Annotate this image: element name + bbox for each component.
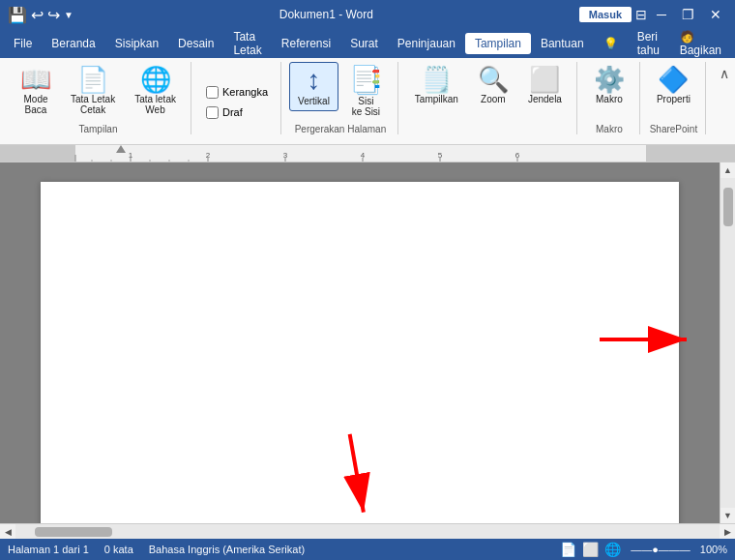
vertikal-icon: ↕: [307, 67, 320, 94]
menu-tata-letak[interactable]: Tata Letak: [223, 26, 271, 61]
zoom-percentage[interactable]: 100%: [700, 544, 727, 555]
mode-baca-button[interactable]: 📖 ModeBaca: [12, 62, 60, 120]
menu-beri-tahu[interactable]: Beri tahu: [628, 26, 670, 61]
properti-label: Properti: [657, 94, 691, 104]
scroll-right-button[interactable]: ▶: [720, 524, 735, 539]
group-label-tampilan: Tampilan: [78, 124, 117, 134]
ribbon-group-sharepoint: 🔷 Properti SharePoint: [642, 62, 706, 134]
menu-lightbulb[interactable]: 💡: [594, 33, 628, 54]
scroll-track[interactable]: [720, 178, 735, 508]
menu-bantuan[interactable]: Bantuan: [531, 33, 594, 54]
ribbon-group-checkboxes: Kerangka Draf: [193, 62, 281, 134]
words-count[interactable]: 0 kata: [104, 544, 133, 555]
menu-sisipkan[interactable]: Sisipkan: [105, 33, 168, 54]
title-bar-left: 💾 ↩ ↪ ▼: [8, 6, 74, 24]
tata-letak-cetak-button[interactable]: 📄 Tata LetakCetak: [62, 62, 124, 120]
zoom-label: Zoom: [481, 94, 506, 104]
status-bar: Halaman 1 dari 1 0 kata Bahasa Inggris (…: [0, 539, 735, 560]
status-right: 📄 ⬜ 🌐 ——●——— 100%: [560, 542, 727, 557]
sisi-ke-sisi-icon: 📑: [349, 67, 383, 94]
vertikal-label: Vertikal: [298, 96, 330, 106]
hscroll-track[interactable]: [15, 524, 720, 539]
menu-referensi[interactable]: Referensi: [272, 33, 340, 54]
scroll-thumb[interactable]: [723, 188, 733, 226]
tata-letak-web-icon: 🌐: [140, 67, 171, 92]
tampilkan-label: Tampilkan: [415, 94, 458, 104]
restore-button[interactable]: ❐: [676, 7, 700, 22]
sisi-ke-sisi-button[interactable]: 📑 Sisike Sisi: [340, 62, 392, 122]
mode-baca-label: ModeBaca: [23, 94, 47, 115]
tata-letak-web-label: Tata letakWeb: [134, 94, 176, 115]
document-page[interactable]: [41, 182, 679, 523]
tampilkan-icon: 🗒️: [421, 67, 452, 92]
menu-beranda[interactable]: Beranda: [42, 33, 104, 54]
draf-checkbox-label[interactable]: Draf: [199, 103, 275, 122]
customize-qat-icon[interactable]: ▼: [64, 10, 74, 20]
ribbon-group-views: 📖 ModeBaca 📄 Tata LetakCetak 🌐 Tata leta…: [6, 62, 191, 134]
jendela-label: Jendela: [528, 94, 562, 104]
close-button[interactable]: ✕: [704, 7, 727, 22]
zoom-slider-area[interactable]: ——●———: [631, 544, 691, 555]
collapse-ribbon-button[interactable]: ∧: [720, 66, 729, 81]
scroll-left-button[interactable]: ◀: [0, 524, 15, 539]
ribbon-display-icon[interactable]: ⊟: [635, 7, 647, 22]
tata-letak-web-button[interactable]: 🌐 Tata letakWeb: [126, 62, 185, 120]
document-area[interactable]: [0, 162, 720, 523]
tata-letak-cetak-label: Tata LetakCetak: [71, 94, 115, 115]
menu-surat[interactable]: Surat: [340, 33, 388, 54]
group-label-sharepoint: SharePoint: [650, 124, 697, 134]
properti-button[interactable]: 🔷 Properti: [648, 62, 699, 109]
web-layout-icon[interactable]: 🌐: [604, 542, 621, 557]
status-left: Halaman 1 dari 1 0 kata Bahasa Inggris (…: [8, 544, 305, 555]
horizontal-scrollbar[interactable]: ◀ ▶: [0, 523, 735, 539]
jendela-button[interactable]: ⬜ Jendela: [519, 62, 571, 109]
ribbon-group-makro: ⚙️ Makro Makro: [579, 62, 640, 134]
makro-label: Makro: [596, 94, 623, 104]
kerangka-checkbox[interactable]: [206, 86, 219, 99]
mode-baca-icon: 📖: [20, 67, 51, 92]
menu-file[interactable]: File: [4, 33, 42, 54]
print-layout-icon[interactable]: ⬜: [582, 542, 599, 557]
tampilkan-button[interactable]: 🗒️ Tampilkan: [406, 62, 467, 109]
language-info[interactable]: Bahasa Inggris (Amerika Serikat): [149, 544, 305, 555]
sisi-ke-sisi-label: Sisike Sisi: [352, 96, 380, 117]
ribbon: 📖 ModeBaca 📄 Tata LetakCetak 🌐 Tata leta…: [0, 58, 735, 145]
masuk-button[interactable]: Masuk: [579, 7, 632, 22]
undo-icon[interactable]: ↩: [31, 6, 44, 24]
zoom-button[interactable]: 🔍 Zoom: [469, 62, 517, 109]
ruler: 1 2 3 4 5 6: [0, 145, 735, 162]
redo-icon[interactable]: ↪: [47, 6, 60, 24]
vertical-scrollbar[interactable]: ▲ ▼: [720, 162, 735, 523]
properti-icon: 🔷: [658, 67, 689, 92]
title-bar: 💾 ↩ ↪ ▼ Dokumen1 - Word Masuk ⊟ ─ ❐ ✕: [0, 0, 735, 29]
kerangka-label: Kerangka: [222, 86, 268, 98]
save-icon[interactable]: 💾: [8, 6, 27, 24]
title-bar-right: Masuk ⊟ ─ ❐ ✕: [579, 7, 727, 22]
scroll-up-button[interactable]: ▲: [720, 162, 735, 178]
menu-bar: File Beranda Sisipkan Desain Tata Letak …: [0, 29, 735, 58]
ribbon-group-view-controls: 🗒️ Tampilkan 🔍 Zoom ⬜ Jendela: [400, 62, 577, 134]
minimize-button[interactable]: ─: [651, 7, 672, 22]
makro-button[interactable]: ⚙️ Makro: [585, 62, 633, 109]
menu-bagikan[interactable]: 🧑 Bagikan: [670, 26, 731, 61]
hscroll-thumb[interactable]: [35, 527, 112, 537]
ribbon-group-pergerakan: ↕ Vertikal 📑 Sisike Sisi Pergerakan Hala…: [283, 62, 398, 134]
draf-label: Draf: [222, 106, 243, 118]
vertikal-button[interactable]: ↕ Vertikal: [289, 62, 338, 111]
read-mode-icon[interactable]: 📄: [560, 542, 576, 557]
zoom-icon: 🔍: [478, 67, 509, 92]
menu-tampilan[interactable]: Tampilan: [465, 33, 531, 54]
group-label-makro: Makro: [596, 124, 623, 134]
draf-checkbox[interactable]: [206, 106, 219, 119]
window-title: Dokumen1 - Word: [74, 8, 579, 21]
menu-desain[interactable]: Desain: [168, 33, 223, 54]
jendela-icon: ⬜: [529, 67, 560, 92]
makro-icon: ⚙️: [594, 67, 625, 92]
tata-letak-cetak-icon: 📄: [77, 67, 108, 92]
scroll-down-button[interactable]: ▼: [720, 508, 735, 523]
kerangka-checkbox-label[interactable]: Kerangka: [199, 83, 275, 102]
menu-peninjauan[interactable]: Peninjauan: [388, 33, 465, 54]
page-info[interactable]: Halaman 1 dari 1: [8, 544, 89, 555]
group-label-pergerakan: Pergerakan Halaman: [295, 124, 387, 134]
